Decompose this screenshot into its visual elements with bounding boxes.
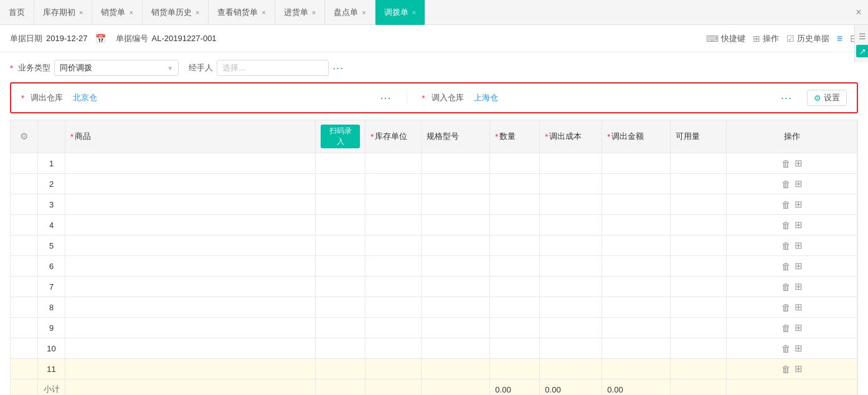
copy-icon[interactable]: ⊞ bbox=[795, 219, 803, 231]
warehouse-out-more-btn[interactable]: ··· bbox=[380, 92, 391, 105]
tab-close-icon[interactable]: × bbox=[196, 9, 199, 16]
copy-icon[interactable]: ⊞ bbox=[795, 302, 803, 313]
window-close-button[interactable]: × bbox=[849, 0, 868, 25]
table-row: 10 🗑 ⊞ bbox=[11, 338, 857, 359]
tab-sales-history[interactable]: 销货单历史 × bbox=[143, 0, 209, 25]
th-amount: * 调出金额 bbox=[602, 120, 671, 153]
copy-icon[interactable]: ⊞ bbox=[795, 158, 803, 169]
copy-icon[interactable]: ⊞ bbox=[795, 240, 803, 251]
th-gear[interactable]: ⚙ bbox=[11, 120, 38, 153]
form-row-1: * 业务类型 同价调拨 ▼ 经手人 选择... ··· bbox=[10, 60, 858, 76]
subtotal-amount: 0.00 bbox=[607, 385, 623, 394]
delete-icon[interactable]: 🗑 bbox=[781, 240, 791, 251]
tab-purchase[interactable]: 进货单 × bbox=[275, 0, 325, 25]
copy-icon[interactable]: ⊞ bbox=[795, 322, 803, 333]
warehouse-in-more-btn[interactable]: ··· bbox=[781, 92, 792, 105]
number-value: AL-20191227-001 bbox=[152, 34, 217, 43]
delete-icon[interactable]: 🗑 bbox=[781, 282, 791, 292]
delete-icon[interactable]: 🗑 bbox=[781, 220, 791, 231]
warehouse-out-value[interactable]: 北京仓 bbox=[73, 92, 97, 103]
table-row: 5 🗑 ⊞ bbox=[11, 236, 857, 256]
row-idx: 9 bbox=[38, 318, 65, 338]
delete-icon[interactable]: 🗑 bbox=[781, 199, 791, 210]
row-idx: 10 bbox=[38, 338, 65, 358]
date-value: 2019-12-27 bbox=[46, 34, 88, 43]
tab-home[interactable]: 首页 bbox=[0, 0, 34, 25]
toolbar-right: ⌨ 快捷键 ⊞ 操作 ☑ 历史单据 ≡ ⊟ bbox=[706, 32, 858, 44]
warehouse-in-value[interactable]: 上海仓 bbox=[474, 92, 498, 103]
tab-stocktake[interactable]: 盘点单 × bbox=[325, 0, 375, 25]
number-label: 单据编号 bbox=[116, 33, 148, 44]
subtotal-label: 小计 bbox=[44, 384, 60, 395]
business-type-select[interactable]: 同价调拨 ▼ bbox=[54, 60, 179, 76]
table-row: 1 🗑 ⊞ bbox=[11, 153, 857, 174]
copy-icon[interactable]: ⊞ bbox=[795, 178, 803, 189]
shortcut-btn[interactable]: ⌨ 快捷键 bbox=[706, 33, 745, 44]
required-star: * bbox=[10, 64, 13, 73]
table-row: 3 🗑 ⊞ bbox=[11, 194, 857, 215]
th-unit: * 库存单位 bbox=[366, 120, 422, 153]
row-idx: 5 bbox=[38, 236, 65, 255]
person-placeholder: 选择... bbox=[222, 62, 245, 74]
tab-close-icon[interactable]: × bbox=[412, 9, 416, 16]
table-settings-icon[interactable]: ⚙ bbox=[20, 131, 28, 142]
copy-icon[interactable]: ⊞ bbox=[795, 281, 803, 292]
person-select[interactable]: 选择... bbox=[217, 60, 329, 76]
row-op-icons: 🗑 ⊞ bbox=[781, 343, 803, 354]
sidebar-list-icon[interactable]: ☰ bbox=[856, 30, 868, 42]
copy-icon[interactable]: ⊞ bbox=[795, 260, 803, 272]
tab-transfer[interactable]: 调拨单 × bbox=[375, 0, 425, 25]
th-op: 操作 bbox=[727, 120, 857, 153]
row-idx: 8 bbox=[38, 297, 65, 317]
sidebar-export-icon[interactable]: ↗ bbox=[856, 45, 868, 57]
tab-close-icon[interactable]: × bbox=[362, 9, 366, 16]
table-row: 4 🗑 ⊞ bbox=[11, 215, 857, 236]
row-op-icons: 🗑 ⊞ bbox=[781, 199, 803, 210]
tab-close-icon[interactable]: × bbox=[79, 9, 83, 16]
copy-icon[interactable]: ⊞ bbox=[795, 199, 803, 210]
number-field: 单据编号 AL-20191227-001 bbox=[116, 33, 217, 44]
row-op-icons: 🗑 ⊞ bbox=[781, 219, 803, 231]
row-idx: 1 bbox=[38, 153, 65, 173]
delete-icon[interactable]: 🗑 bbox=[781, 179, 791, 189]
person-field: 经手人 选择... ··· bbox=[189, 60, 344, 76]
delete-icon[interactable]: 🗑 bbox=[781, 343, 791, 354]
keyboard-icon: ⌨ bbox=[706, 34, 719, 44]
table-row: 9 🗑 ⊞ bbox=[11, 318, 857, 338]
business-type-field: * 业务类型 同价调拨 ▼ bbox=[10, 60, 179, 76]
tab-inventory-init[interactable]: 库存期初 × bbox=[34, 0, 92, 25]
row-idx: 3 bbox=[38, 194, 65, 214]
calendar-icon[interactable]: 📅 bbox=[95, 34, 106, 44]
delete-icon[interactable]: 🗑 bbox=[781, 323, 791, 333]
tab-close-icon[interactable]: × bbox=[312, 9, 316, 16]
grid-icon: ⊞ bbox=[753, 34, 760, 44]
required-star-out: * bbox=[21, 93, 24, 103]
row-op-icons: 🗑 ⊞ bbox=[781, 281, 803, 292]
delete-icon[interactable]: 🗑 bbox=[781, 364, 791, 374]
copy-icon[interactable]: ⊞ bbox=[795, 363, 803, 374]
th-qty: * 数量 bbox=[490, 120, 540, 153]
copy-icon[interactable]: ⊞ bbox=[795, 343, 803, 354]
th-cost: * 调出成本 bbox=[540, 120, 602, 153]
person-more-btn[interactable]: ··· bbox=[333, 62, 344, 75]
tab-view-sales[interactable]: 查看销货单 × bbox=[209, 0, 275, 25]
delete-icon[interactable]: 🗑 bbox=[781, 302, 791, 313]
operation-btn[interactable]: ⊞ 操作 bbox=[753, 33, 779, 44]
tab-bar: 首页 库存期初 × 销货单 × 销货单历史 × 查看销货单 × 进货单 × 盘点… bbox=[0, 0, 868, 25]
product-table: ⚙ * 商品 扫码录入 * 库存单位 规格型号 * 数量 * 调出成本 * 调出… bbox=[10, 120, 858, 395]
th-spec: 规格型号 bbox=[422, 120, 490, 153]
history-btn[interactable]: ☑ 历史单据 bbox=[786, 33, 829, 44]
delete-icon[interactable]: 🗑 bbox=[781, 261, 791, 272]
date-field: 单据日期 2019-12-27 📅 bbox=[10, 33, 106, 44]
subtotal-qty: 0.00 bbox=[495, 385, 511, 394]
tab-close-icon[interactable]: × bbox=[262, 9, 265, 16]
row-op-icons: 🗑 ⊞ bbox=[781, 240, 803, 251]
table-row: 7 🗑 ⊞ bbox=[11, 277, 857, 297]
settings-button[interactable]: ⚙ 设置 bbox=[807, 90, 847, 106]
delete-icon[interactable]: 🗑 bbox=[781, 158, 791, 169]
th-idx bbox=[38, 120, 65, 153]
layout-toggle-btn[interactable]: ≡ bbox=[837, 33, 842, 44]
tab-close-icon[interactable]: × bbox=[129, 9, 133, 16]
tab-sales-order[interactable]: 销货单 × bbox=[92, 0, 142, 25]
scan-button[interactable]: 扫码录入 bbox=[321, 125, 360, 148]
